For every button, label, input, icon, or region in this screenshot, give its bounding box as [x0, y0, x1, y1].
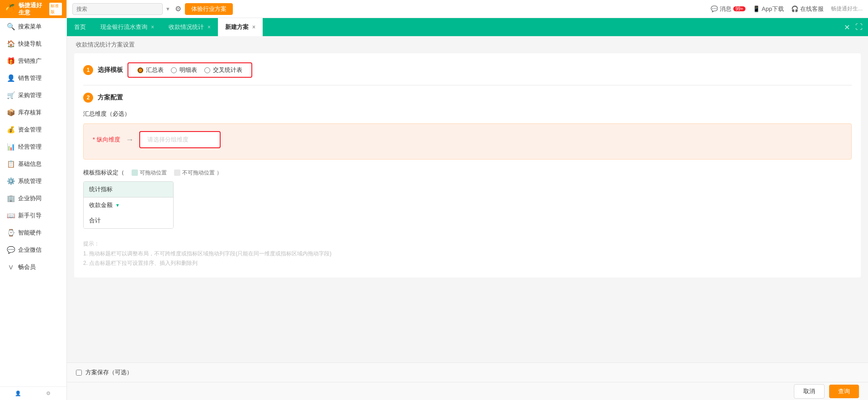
collection-stat-tab-label: 收款情况统计 [169, 23, 204, 31]
tab-new-plan[interactable]: 新建方案 × [218, 18, 263, 36]
no-drag-hint: 不可拖动位置 ） [174, 169, 222, 177]
metrics-table-header-label: 统计指标 [89, 186, 113, 193]
sidebar-item-label: 新手引导 [18, 212, 42, 220]
logo-icon: 🍊 [5, 4, 16, 14]
sidebar-item-basic-info[interactable]: 📋 基础信息 [0, 155, 66, 173]
online-service-button[interactable]: 🎧 在线客服 [791, 5, 824, 13]
sidebar-item-sales[interactable]: 👤 销售管理 [0, 70, 66, 87]
metrics-title: 模板指标设定（ [83, 169, 124, 177]
logo-badge: 标准版 [49, 3, 62, 15]
column-dropdown-icon[interactable]: ▾ [116, 202, 119, 208]
template-selector-box: 汇总表 明细表 交叉统计表 [127, 62, 252, 78]
no-drag-paren: ） [217, 169, 222, 177]
message-icon: 💬 [711, 5, 718, 12]
enterprise-wechat-icon: 💬 [7, 246, 14, 254]
sidebar-item-inventory[interactable]: 📦 库存核算 [0, 104, 66, 121]
sidebar-item-label: 企业协同 [18, 194, 42, 202]
beginner-icon: 📖 [7, 212, 14, 219]
sidebar-item-enterprise-collab[interactable]: 🏢 企业协同 [0, 190, 66, 207]
maximize-icon[interactable]: ⛶ [854, 21, 864, 33]
tab-collection-stat[interactable]: 收款情况统计 × [161, 18, 218, 36]
sidebar-item-smart-hardware[interactable]: ⌚ 智能硬件 [0, 224, 66, 241]
collection-amount-label: 收款金额 [89, 201, 113, 209]
user-menu[interactable]: 畅捷通好生... [831, 5, 863, 13]
tip-line-2: 2. 点击标题栏下拉可设置排序、插入列和删除列 [83, 259, 852, 268]
gear-icon[interactable]: ⚙ [175, 5, 181, 13]
sidebar-bottom-left[interactable]: 👤 [4, 391, 33, 396]
close-all-icon[interactable]: ✕ [842, 21, 852, 33]
search-dropdown-icon[interactable]: ▾ [166, 5, 170, 12]
app-download-button[interactable]: 📱 App下载 [753, 5, 784, 13]
search-menu-icon: 🔍 [7, 23, 14, 30]
sidebar-item-label: 经营管理 [18, 143, 42, 151]
template-detail-radio[interactable] [171, 67, 177, 73]
topbar-right: 💬 消息 99+ 📱 App下载 🎧 在线客服 畅捷通好生... [711, 5, 863, 13]
sidebar-item-label: 采购管理 [18, 91, 42, 99]
message-badge: 99+ [733, 6, 745, 11]
sidebar-item-enterprise-wechat[interactable]: 💬 企业微信 [0, 241, 66, 259]
smart-hardware-icon: ⌚ [7, 229, 14, 236]
sidebar-item-finance[interactable]: 💰 资金管理 [0, 121, 66, 138]
divider-step1-step2 [83, 85, 852, 85]
sidebar-item-quick-nav[interactable]: 🏠 快捷导航 [0, 35, 66, 52]
template-summary-label: 汇总表 [146, 66, 164, 74]
cancel-button[interactable]: 取消 [794, 384, 825, 399]
bank-flow-close-icon[interactable]: × [151, 24, 154, 30]
settings-card: 1 选择模板 汇总表 明细表 交叉统计表 [74, 53, 861, 278]
new-plan-close-icon[interactable]: × [252, 24, 255, 30]
sidebar-item-system[interactable]: ⚙️ 系统管理 [0, 173, 66, 190]
save-checkbox[interactable] [76, 370, 82, 376]
marketing-icon: 🎁 [7, 57, 14, 65]
drag-indicator-icon [132, 169, 138, 176]
tabbar: 首页 现金银行流水查询 × 收款情况统计 × 新建方案 × ✕ ⛶ [67, 18, 868, 36]
dimension-area: 纵向维度 → 请选择分组维度 [83, 123, 852, 160]
tip-line-1: 1. 拖动标题栏可以调整布局，不可跨维度或指标区域拖动列字段(只能在同一维度或指… [83, 249, 852, 259]
step2-section: 2 方案配置 汇总维度（必选） 纵向维度 → 请选择分组维度 模板 [83, 93, 852, 268]
save-label: 方案保存（可选） [85, 368, 132, 376]
template-cross-radio[interactable] [204, 67, 210, 73]
search-input[interactable] [72, 3, 163, 15]
tabbar-actions: ✕ ⛶ [842, 21, 868, 33]
online-service-label: 在线客服 [800, 5, 824, 13]
purchase-icon: 🛒 [7, 92, 14, 99]
sidebar-bottom-right[interactable]: ⚙ [34, 391, 63, 396]
template-detail-option[interactable]: 明细表 [171, 66, 197, 74]
template-cross-option[interactable]: 交叉统计表 [204, 66, 242, 74]
trial-button[interactable]: 体验行业方案 [185, 3, 233, 15]
query-button[interactable]: 查询 [829, 385, 859, 398]
sidebar-item-label: 搜索菜单 [18, 23, 42, 31]
template-summary-radio[interactable] [137, 67, 143, 73]
operation-icon: 📊 [7, 143, 14, 151]
sidebar-item-operation[interactable]: 📊 经营管理 [0, 138, 66, 155]
main-area: ▾ ⚙ 体验行业方案 💬 消息 99+ 📱 App下载 🎧 在线客服 畅捷通好生… [67, 0, 868, 400]
step1-label: 1 选择模板 汇总表 明细表 交叉统计表 [83, 62, 852, 78]
bank-flow-tab-label: 现金银行流水查询 [100, 23, 147, 31]
sidebar-item-beginner[interactable]: 📖 新手引导 [0, 207, 66, 224]
inventory-icon: 📦 [7, 109, 14, 116]
basic-info-icon: 📋 [7, 160, 14, 168]
sidebar-item-member[interactable]: V 畅会员 [0, 259, 66, 276]
sidebar-item-label: 资金管理 [18, 126, 42, 134]
sidebar-item-search-menu[interactable]: 🔍 搜索菜单 [0, 18, 66, 35]
quick-nav-icon: 🏠 [7, 40, 14, 47]
metrics-header: 模板指标设定（ 可拖动位置 不可拖动位置 ） [83, 169, 852, 177]
page-title: 收款情况统计方案设置 [67, 36, 868, 53]
dimension-select[interactable]: 请选择分组维度 [139, 131, 221, 148]
step2-title: 方案配置 [98, 94, 123, 102]
metrics-table-header: 统计指标 [84, 182, 173, 198]
template-summary-option[interactable]: 汇总表 [137, 66, 164, 74]
message-button[interactable]: 💬 消息 99+ [711, 5, 745, 13]
app-icon: 📱 [753, 5, 760, 12]
sidebar-item-label: 企业微信 [18, 246, 42, 254]
app-download-label: App下载 [762, 5, 784, 13]
save-section: 方案保存（可选） [67, 362, 868, 382]
sidebar-item-purchase[interactable]: 🛒 采购管理 [0, 87, 66, 104]
tab-bank-flow[interactable]: 现金银行流水查询 × [93, 18, 161, 36]
tips-section: 提示： 1. 拖动标题栏可以调整布局，不可跨维度或指标区域拖动列字段(只能在同一… [83, 239, 852, 268]
tab-home[interactable]: 首页 [67, 18, 93, 36]
collection-stat-close-icon[interactable]: × [208, 24, 211, 30]
sidebar-item-marketing[interactable]: 🎁 营销推广 [0, 52, 66, 70]
logo-text: 畅捷通好生意 [19, 2, 47, 16]
metrics-table-column-row[interactable]: 收款金额 ▾ [84, 198, 173, 213]
topbar: ▾ ⚙ 体验行业方案 💬 消息 99+ 📱 App下载 🎧 在线客服 畅捷通好生… [67, 0, 868, 18]
